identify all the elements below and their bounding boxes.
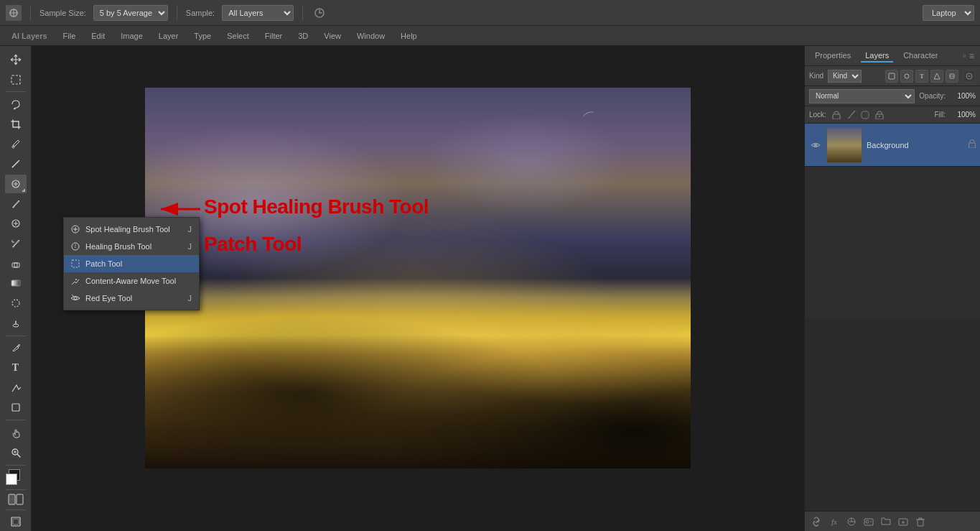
top-toolbar: Sample Size: 5 by 5 Average Sample: All … bbox=[0, 0, 980, 26]
dodge-tool[interactable] bbox=[5, 314, 27, 333]
sample-select[interactable]: All Layers bbox=[222, 5, 294, 21]
new-layer-icon[interactable] bbox=[897, 515, 910, 528]
layers-toolbar: Kind Kind T bbox=[805, 66, 980, 86]
panel-options-icon[interactable]: ≡ bbox=[969, 51, 974, 61]
gradient-tool[interactable] bbox=[5, 274, 27, 292]
tool-separator-3 bbox=[6, 420, 26, 420]
filter-type-icon[interactable]: T bbox=[915, 70, 928, 83]
svg-rect-53 bbox=[918, 520, 923, 526]
refresh-icon[interactable] bbox=[312, 5, 327, 21]
red-eye-shortcut: J bbox=[188, 294, 192, 303]
svg-rect-10 bbox=[12, 263, 19, 267]
tab-layers[interactable]: Layers bbox=[861, 50, 893, 63]
svg-rect-21 bbox=[17, 494, 23, 504]
svg-rect-12 bbox=[11, 280, 20, 286]
menu-edit[interactable]: Edit bbox=[85, 30, 111, 42]
spot-healing-shortcut: J bbox=[188, 225, 192, 234]
flyout-spot-healing[interactable]: Spot Healing Brush Tool J bbox=[64, 221, 199, 238]
svg-point-49 bbox=[866, 520, 869, 523]
svg-point-13 bbox=[12, 300, 19, 307]
shape-tool[interactable] bbox=[5, 399, 27, 417]
measure-tool[interactable] bbox=[5, 154, 27, 173]
menu-3d[interactable]: 3D bbox=[292, 30, 314, 42]
toolbar-separator-1 bbox=[30, 6, 31, 20]
fx-icon[interactable]: fx bbox=[828, 515, 841, 528]
blur-tool[interactable] bbox=[5, 294, 27, 313]
filter-adjustment-icon[interactable] bbox=[900, 70, 913, 83]
new-group-icon[interactable] bbox=[879, 515, 892, 528]
new-layer-mask-icon[interactable] bbox=[862, 515, 875, 528]
menu-layer[interactable]: Layer bbox=[153, 30, 185, 42]
spot-healing-tool[interactable] bbox=[5, 175, 27, 193]
lock-artboard-icon[interactable] bbox=[859, 109, 871, 121]
brush-tool[interactable] bbox=[5, 195, 27, 213]
layer-filter-icons: T bbox=[885, 70, 958, 83]
menu-image[interactable]: Image bbox=[115, 30, 149, 42]
menu-filter[interactable]: Filter bbox=[259, 30, 288, 42]
menu-window[interactable]: Window bbox=[351, 30, 391, 42]
layer-visibility-toggle[interactable] bbox=[809, 139, 822, 152]
eraser-tool[interactable] bbox=[5, 254, 27, 273]
lock-row: Lock: bbox=[805, 106, 980, 124]
flyout-red-eye[interactable]: Red Eye Tool J bbox=[64, 290, 199, 307]
opacity-value[interactable]: 100% bbox=[950, 92, 976, 100]
lock-all-icon[interactable] bbox=[874, 109, 885, 121]
flyout-healing-brush[interactable]: Healing Brush Tool J bbox=[64, 238, 199, 255]
healing-tool-icon[interactable] bbox=[6, 5, 22, 21]
lock-transparent-icon[interactable] bbox=[831, 109, 842, 121]
artboard-tool[interactable] bbox=[5, 70, 27, 89]
fill-value[interactable]: 100% bbox=[950, 111, 976, 119]
history-brush-tool[interactable] bbox=[5, 234, 27, 253]
canvas-area[interactable]: ⌒ Spot Healing Brush Tool J bbox=[32, 46, 804, 531]
menu-file[interactable]: File bbox=[57, 30, 82, 42]
color-swatches[interactable] bbox=[6, 469, 26, 486]
tab-properties[interactable]: Properties bbox=[811, 50, 855, 63]
ai-layers-label[interactable]: AI Layers bbox=[6, 30, 53, 42]
layers-list: Background bbox=[805, 124, 980, 318]
filter-pixel-icon[interactable] bbox=[885, 70, 898, 83]
panel-collapse-icon[interactable]: » bbox=[962, 52, 966, 60]
quick-mask-tool[interactable] bbox=[6, 493, 25, 506]
flyout-content-aware[interactable]: Content-Aware Move Tool bbox=[64, 272, 199, 290]
blend-mode-select[interactable]: Normal bbox=[809, 89, 915, 103]
link-icon[interactable] bbox=[811, 515, 823, 528]
svg-point-5 bbox=[12, 146, 14, 148]
patch-tool-icon bbox=[70, 258, 81, 269]
lasso-tool[interactable] bbox=[5, 95, 27, 114]
pen-tool[interactable] bbox=[5, 338, 27, 357]
flyout-patch-tool[interactable]: Patch Tool bbox=[64, 255, 199, 272]
menu-select[interactable]: Select bbox=[221, 30, 255, 42]
new-adjustment-layer-icon[interactable] bbox=[845, 515, 858, 528]
clone-stamp-tool[interactable] bbox=[5, 214, 27, 233]
text-tool[interactable]: T bbox=[5, 359, 27, 377]
second-toolbar: AI Layers File Edit Image Layer Type Sel… bbox=[0, 26, 980, 46]
svg-point-36 bbox=[905, 74, 909, 78]
hand-tool[interactable] bbox=[5, 423, 27, 442]
layer-thumb-content bbox=[827, 128, 862, 162]
sample-size-select[interactable]: 5 by 5 Average bbox=[93, 5, 168, 21]
workspace-select[interactable]: Laptop bbox=[923, 5, 974, 21]
svg-rect-29 bbox=[72, 260, 79, 267]
lock-image-icon[interactable] bbox=[845, 109, 857, 121]
screen-mode-tool[interactable] bbox=[5, 512, 27, 531]
sample-label: Sample: bbox=[186, 9, 215, 17]
menu-view[interactable]: View bbox=[318, 30, 347, 42]
delete-layer-icon[interactable] bbox=[914, 515, 927, 528]
eyedropper-tool[interactable] bbox=[5, 135, 27, 154]
move-tool[interactable] bbox=[5, 50, 27, 69]
svg-rect-35 bbox=[889, 73, 895, 79]
crop-tool[interactable] bbox=[5, 115, 27, 134]
filter-smart-icon[interactable] bbox=[946, 70, 958, 83]
path-selection-tool[interactable] bbox=[5, 379, 27, 397]
layer-filter-toggle[interactable] bbox=[963, 70, 976, 83]
red-eye-label: Red Eye Tool bbox=[85, 294, 184, 303]
blend-mode-row: Normal Opacity: 100% bbox=[805, 86, 980, 106]
menu-help[interactable]: Help bbox=[395, 30, 423, 42]
filter-shape-icon[interactable] bbox=[930, 70, 943, 83]
tab-character[interactable]: Character bbox=[899, 50, 942, 63]
lock-icons bbox=[831, 109, 885, 121]
menu-type[interactable]: Type bbox=[188, 30, 217, 42]
zoom-tool[interactable] bbox=[5, 443, 27, 462]
layer-background[interactable]: Background bbox=[805, 124, 980, 167]
kind-select[interactable]: Kind bbox=[828, 70, 862, 83]
